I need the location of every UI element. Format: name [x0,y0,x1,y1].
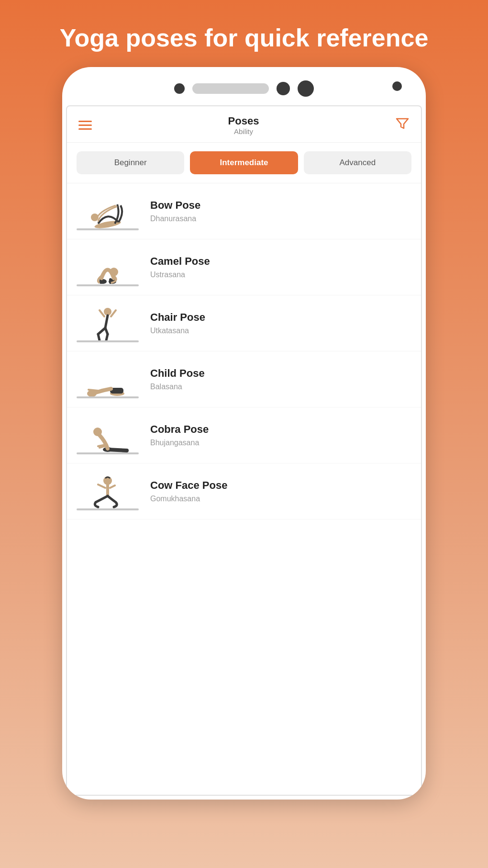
app-screen: Poses Ability Beginner Intermediate Adva… [66,105,422,796]
list-item[interactable]: Cow Face Pose Gomukhasana [67,463,421,519]
pose-info: Cobra Pose Bhujangasana [150,423,411,447]
menu-button[interactable] [78,121,92,130]
pose-name: Cow Face Pose [150,479,411,492]
list-item[interactable]: Camel Pose Ustrasana [67,239,421,295]
page-header: Yoga poses for quick reference [22,0,467,67]
pose-list: Bow Pose Dhanurasana [67,183,421,795]
app-title: Poses [228,115,259,127]
pose-image-cobra [77,416,139,454]
pose-image-child [77,360,139,398]
tab-beginner[interactable]: Beginner [77,151,184,174]
pose-name: Child Pose [150,367,411,380]
app-subtitle: Ability [228,127,259,135]
pose-image-chair [77,304,139,342]
pose-sanskrit: Utkatasana [150,327,411,335]
tab-advanced[interactable]: Advanced [304,151,411,174]
pose-name: Camel Pose [150,255,411,268]
list-item[interactable]: Cobra Pose Bhujangasana [67,407,421,463]
phone-device: Poses Ability Beginner Intermediate Adva… [62,67,426,800]
app-header: Poses Ability [67,106,421,143]
pose-name: Bow Pose [150,199,411,212]
filter-button[interactable] [395,116,410,134]
dot-1 [174,83,185,94]
filter-tabs: Beginner Intermediate Advanced [67,143,421,183]
svg-point-8 [110,268,118,276]
tab-intermediate[interactable]: Intermediate [190,151,298,174]
pose-name: Cobra Pose [150,423,411,436]
header-title-group: Poses Ability [228,115,259,135]
pose-name: Chair Pose [150,311,411,324]
pose-image-cowface [77,472,139,510]
pill-bar [192,83,269,94]
dot-2 [277,82,290,95]
list-item[interactable]: Child Pose Balasana [67,351,421,407]
pose-sanskrit: Balasana [150,383,411,391]
dot-right [392,81,402,91]
list-item[interactable]: Chair Pose Utkatasana [67,295,421,351]
pose-sanskrit: Ustrasana [150,271,411,279]
pose-info: Cow Face Pose Gomukhasana [150,479,411,503]
pose-info: Camel Pose Ustrasana [150,255,411,279]
pose-sanskrit: Dhanurasana [150,214,411,223]
pose-image-bow [77,192,139,230]
svg-point-17 [93,428,102,436]
list-item[interactable]: Bow Pose Dhanurasana [67,183,421,239]
pose-info: Bow Pose Dhanurasana [150,199,411,223]
pose-sanskrit: Gomukhasana [150,495,411,503]
pose-image-camel [77,248,139,286]
dot-3 [298,80,314,97]
pose-info: Chair Pose Utkatasana [150,311,411,335]
pose-sanskrit: Bhujangasana [150,439,411,447]
phone-topbar [62,67,426,105]
pose-info: Child Pose Balasana [150,367,411,391]
page-title: Yoga poses for quick reference [60,23,429,53]
